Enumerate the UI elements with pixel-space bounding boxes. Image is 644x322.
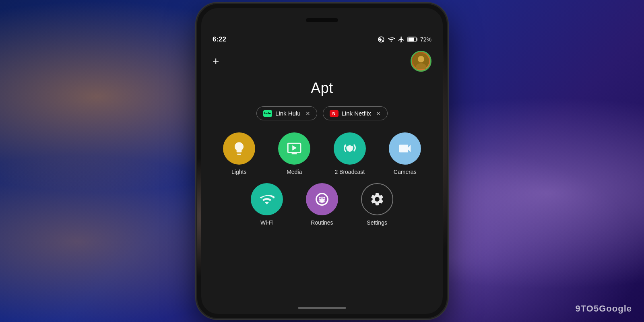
routines-item[interactable]: Routines <box>297 183 348 226</box>
wifi-label: Wi-Fi <box>260 219 274 226</box>
notch-area <box>201 8 443 32</box>
netflix-pill[interactable]: N Link Netflix ✕ <box>323 106 388 120</box>
battery-percent: 72% <box>420 36 431 43</box>
svg-rect-2 <box>408 38 414 41</box>
lights-circle <box>223 132 255 165</box>
home-title: Apt <box>311 80 333 97</box>
phone: 6:22 <box>197 4 447 318</box>
status-icons: 72% <box>378 36 431 43</box>
battery-icon <box>407 36 418 43</box>
netflix-close[interactable]: ✕ <box>376 110 381 117</box>
settings-item[interactable]: Settings <box>351 183 402 226</box>
link-pills: hulu Link Hulu ✕ N Link Netflix ✕ <box>256 106 388 120</box>
watermark: 9TO5Google <box>576 303 632 314</box>
broadcast-item[interactable]: 2 Broadcast <box>324 132 376 175</box>
netflix-logo: N <box>330 110 339 117</box>
netflix-label: Link Netflix <box>342 110 371 117</box>
hulu-logo: hulu <box>263 110 272 117</box>
cameras-item[interactable]: Cameras <box>380 132 431 175</box>
media-item[interactable]: Media <box>269 132 320 175</box>
lights-item[interactable]: Lights <box>213 132 265 175</box>
wifi-status-icon <box>387 36 395 43</box>
avatar[interactable] <box>411 51 431 72</box>
media-label: Media <box>287 169 302 175</box>
screen: 6:22 <box>201 8 443 314</box>
broadcast-label: 2 Broadcast <box>334 169 365 175</box>
routines-label: Routines <box>311 219 333 226</box>
airplane-icon <box>398 36 405 43</box>
settings-circle <box>361 183 393 215</box>
wifi-circle <box>251 183 283 215</box>
routines-circle <box>306 183 338 215</box>
mute-icon <box>378 36 385 43</box>
svg-point-4 <box>418 56 424 62</box>
lights-label: Lights <box>231 169 246 175</box>
svg-rect-1 <box>417 38 417 41</box>
add-button[interactable]: + <box>213 55 219 68</box>
hulu-close[interactable]: ✕ <box>305 110 310 117</box>
speaker <box>306 18 338 22</box>
hulu-pill[interactable]: hulu Link Hulu ✕ <box>256 106 317 120</box>
home-indicator[interactable] <box>298 307 346 309</box>
cameras-circle <box>389 132 421 165</box>
main-content: Apt hulu Link Hulu ✕ N Link Netflix ✕ <box>201 76 443 302</box>
bottom-bar <box>201 302 443 314</box>
icon-grid-row1: Lights Media <box>209 132 435 175</box>
wifi-item[interactable]: Wi-Fi <box>242 183 293 226</box>
settings-label: Settings <box>367 219 387 226</box>
icon-grid-row2: Wi-Fi Routines <box>237 183 407 226</box>
cameras-label: Cameras <box>394 169 417 175</box>
hulu-label: Link Hulu <box>275 110 301 117</box>
status-bar: 6:22 <box>201 32 443 47</box>
status-time: 6:22 <box>213 35 226 43</box>
phone-wrapper: 6:22 <box>197 4 447 318</box>
media-circle <box>278 132 310 165</box>
broadcast-circle <box>334 132 366 165</box>
top-controls: + <box>201 47 443 76</box>
